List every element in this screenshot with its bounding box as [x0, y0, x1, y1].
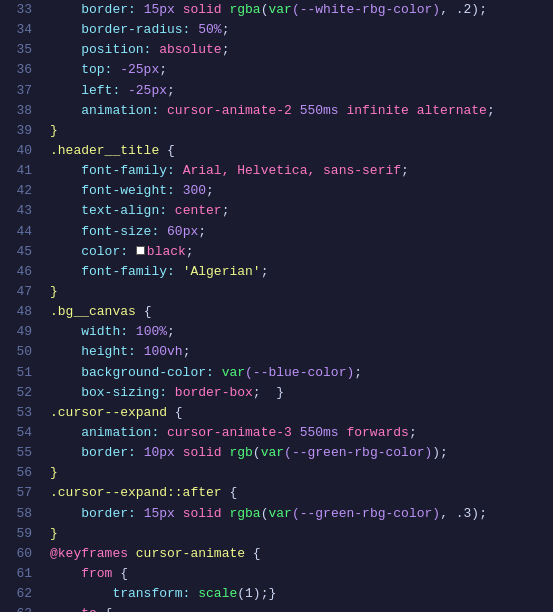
line-number: 58	[8, 504, 32, 524]
code-line: font-weight: 300;	[50, 181, 553, 201]
line-number: 63	[8, 604, 32, 612]
token: color:	[50, 244, 136, 259]
token: ;	[401, 163, 409, 178]
line-number: 50	[8, 342, 32, 362]
color-preview	[136, 246, 145, 255]
token: absolute	[159, 42, 221, 57]
code-line: to {	[50, 604, 553, 612]
token: ;	[186, 244, 194, 259]
token: var	[268, 506, 291, 521]
line-number: 37	[8, 81, 32, 101]
token: ;	[354, 365, 362, 380]
token: var	[261, 445, 284, 460]
token: (1);}	[237, 586, 276, 601]
token: }	[50, 284, 58, 299]
token: animation:	[50, 425, 167, 440]
code-line: left: -25px;	[50, 81, 553, 101]
line-number: 34	[8, 20, 32, 40]
token: Arial, Helvetica, sans-serif	[183, 163, 401, 178]
token: height:	[50, 344, 144, 359]
token: background-color:	[50, 365, 222, 380]
token: ;	[222, 42, 230, 57]
line-number: 45	[8, 242, 32, 262]
code-line: width: 100%;	[50, 322, 553, 342]
token: scale	[198, 586, 237, 601]
code-line: border: 10px solid rgb(var(--green-rbg-c…	[50, 443, 553, 463]
line-number: 61	[8, 564, 32, 584]
code-line: color: black;	[50, 242, 553, 262]
line-number: 62	[8, 584, 32, 604]
line-number: 44	[8, 222, 32, 242]
token: {	[167, 405, 183, 420]
code-line: font-size: 60px;	[50, 222, 553, 242]
token: rgba	[229, 506, 260, 521]
token: text-align:	[50, 203, 175, 218]
token: font-size:	[50, 224, 167, 239]
token: ; }	[253, 385, 284, 400]
line-number: 52	[8, 383, 32, 403]
line-number: 35	[8, 40, 32, 60]
code-line: .cursor--expand::after {	[50, 483, 553, 503]
token: (--blue-color)	[245, 365, 354, 380]
token: cursor-animate-3	[167, 425, 300, 440]
code-line: height: 100vh;	[50, 342, 553, 362]
line-number: 47	[8, 282, 32, 302]
line-numbers: 3334353637383940414243444546474849505152…	[0, 0, 42, 612]
token: solid	[175, 445, 230, 460]
token: ;	[198, 224, 206, 239]
token: to	[50, 606, 105, 612]
token: var	[222, 365, 245, 380]
token: 550ms	[300, 425, 347, 440]
line-number: 51	[8, 363, 32, 383]
token: }	[50, 526, 58, 541]
token: 100%	[136, 324, 167, 339]
token: animation:	[50, 103, 167, 118]
token: box-sizing:	[50, 385, 175, 400]
token: 'Algerian'	[183, 264, 261, 279]
token: {	[105, 606, 113, 612]
code-line: }	[50, 121, 553, 141]
line-number: 56	[8, 463, 32, 483]
token: font-family:	[50, 163, 183, 178]
token: .cursor--expand::after	[50, 485, 222, 500]
code-line: }	[50, 463, 553, 483]
code-line: .bg__canvas {	[50, 302, 553, 322]
code-line: font-family: 'Algerian';	[50, 262, 553, 282]
token: .bg__canvas	[50, 304, 136, 319]
code-line: box-sizing: border-box; }	[50, 383, 553, 403]
token: ;	[167, 83, 175, 98]
token: ;	[487, 103, 495, 118]
token: 550ms	[300, 103, 347, 118]
token: .header__title	[50, 143, 159, 158]
token: {	[159, 143, 175, 158]
code-line: }	[50, 282, 553, 302]
token: transform:	[50, 586, 198, 601]
token: ;	[183, 344, 191, 359]
token: ;	[167, 324, 175, 339]
token: var	[268, 2, 291, 17]
token: border:	[50, 2, 144, 17]
line-number: 57	[8, 483, 32, 503]
token: solid	[175, 506, 230, 521]
code-line: position: absolute;	[50, 40, 553, 60]
token: ;	[222, 22, 230, 37]
token: 10px	[144, 445, 175, 460]
line-number: 41	[8, 161, 32, 181]
code-line: animation: cursor-animate-2 550ms infini…	[50, 101, 553, 121]
code-line: .header__title {	[50, 141, 553, 161]
token: ;	[159, 62, 167, 77]
token: 15px	[144, 2, 175, 17]
code-line: border: 15px solid rgba(var(--white-rbg-…	[50, 0, 553, 20]
line-number: 48	[8, 302, 32, 322]
token: black	[147, 244, 186, 259]
token: top:	[50, 62, 120, 77]
token: (--white-rbg-color)	[292, 2, 440, 17]
code-line: font-family: Arial, Helvetica, sans-seri…	[50, 161, 553, 181]
token: border-box	[175, 385, 253, 400]
token: left:	[50, 83, 128, 98]
token: cursor-animate	[128, 546, 253, 561]
token: .cursor--expand	[50, 405, 167, 420]
code-editor: 3334353637383940414243444546474849505152…	[0, 0, 553, 612]
code-line: }	[50, 524, 553, 544]
token: forwards	[346, 425, 408, 440]
